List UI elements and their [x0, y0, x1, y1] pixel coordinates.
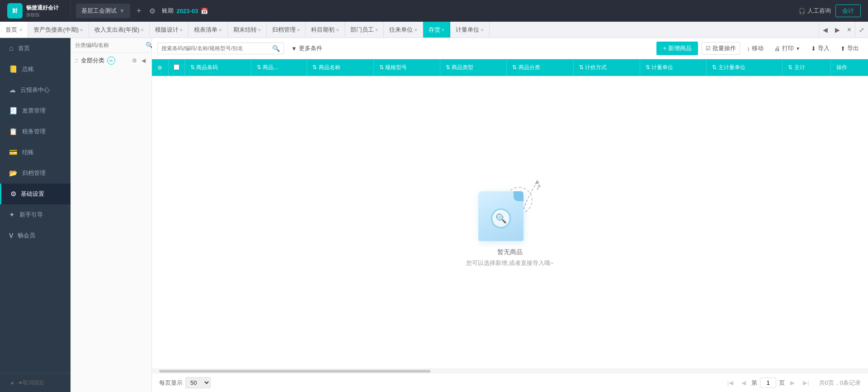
th-checkbox[interactable]: [168, 59, 184, 76]
empty-state: ↗: [152, 76, 868, 368]
grid-icon: ::: [75, 57, 78, 64]
th-unit[interactable]: ⇅ 计量单位: [640, 59, 707, 76]
sidebar-item-ledger[interactable]: 📒 总账: [0, 59, 71, 80]
th-main2[interactable]: ⇅ 主计: [783, 59, 830, 76]
per-page-select[interactable]: 10 20 50 100: [185, 377, 211, 388]
company-name: 基层工会测试: [81, 7, 117, 15]
close-icon[interactable]: ×: [180, 27, 183, 33]
category-all-label[interactable]: 全部分类: [81, 57, 104, 65]
tab-inventory[interactable]: 存货 ×: [423, 22, 450, 38]
print-icon: 🖨: [774, 45, 780, 52]
close-icon[interactable]: ×: [141, 27, 143, 33]
tab-archive[interactable]: 归档管理 ×: [267, 22, 306, 38]
sidebar-item-basic[interactable]: ⚙ 基础设置: [0, 184, 71, 204]
empty-subtitle: 您可以选择新增,或者直接导入哦~: [466, 259, 553, 267]
tab-template[interactable]: 模版设计 ×: [150, 22, 189, 38]
move-button[interactable]: ↕ 移动: [744, 43, 768, 54]
sidebar-item-guide[interactable]: ✦ 新手引导: [0, 204, 71, 225]
page-next-btn[interactable]: ▶: [788, 378, 797, 387]
tab-partner[interactable]: 往来单位 ×: [384, 22, 423, 38]
sidebar-item-report[interactable]: ☁ 云报表中心: [0, 80, 71, 100]
th-spec[interactable]: ⇅ 规格型号: [373, 59, 440, 76]
logo-icon: 财: [7, 3, 23, 19]
star-icon: ✦: [9, 211, 15, 219]
logo-main-text: 畅捷通好会计: [26, 4, 59, 12]
tab-unit[interactable]: 计量单位 ×: [450, 22, 489, 38]
tab-scroll-right[interactable]: ▶: [831, 22, 844, 38]
edit-circle-icon[interactable]: ✏: [107, 57, 115, 65]
category-settings-icon[interactable]: ⚙: [131, 57, 138, 65]
search-icon[interactable]: 🔍: [272, 45, 280, 52]
member-icon: V: [9, 232, 13, 239]
close-icon[interactable]: ×: [442, 27, 444, 33]
tab-subject[interactable]: 科目期初 ×: [306, 22, 344, 38]
close-icon[interactable]: ×: [297, 27, 300, 33]
tab-close-all[interactable]: ×: [844, 22, 855, 38]
tab-period-end[interactable]: 期末结转 ×: [228, 22, 267, 38]
move-icon: ↕: [747, 45, 750, 52]
sidebar-item-settlement[interactable]: 💳 结账: [0, 142, 71, 163]
home-icon: ⌂: [9, 44, 14, 52]
close-icon[interactable]: ×: [414, 27, 417, 33]
th-code[interactable]: ⇅ 商品...: [251, 59, 307, 76]
logo-sub-text: 旗舰版: [26, 12, 59, 18]
close-icon[interactable]: ×: [258, 27, 261, 33]
horizontal-scrollbar[interactable]: [152, 368, 868, 373]
th-category[interactable]: ⇅ 商品分类: [507, 59, 573, 76]
th-type[interactable]: ⇅ 商品类型: [440, 59, 507, 76]
settings-icon[interactable]: ⚙: [147, 7, 157, 15]
print-dropdown-icon: ▼: [796, 46, 800, 51]
tab-tax[interactable]: 税表清单 ×: [189, 22, 227, 38]
calendar-icon[interactable]: 📅: [201, 8, 208, 14]
svg-marker-0: [535, 180, 539, 184]
th-price-mode[interactable]: ⇅ 计价方式: [573, 59, 640, 76]
sidebar-item-archive[interactable]: 📂 归档管理: [0, 163, 71, 184]
th-barcode[interactable]: ⇅ 商品条码: [184, 59, 251, 76]
tab-expand[interactable]: ⤢: [855, 22, 868, 38]
collapse-panel-icon[interactable]: ◀: [140, 57, 147, 65]
sidebar-item-tax[interactable]: 📋 税务管理: [0, 121, 71, 142]
tab-balance[interactable]: 资产负债表(中期) ×: [28, 22, 89, 38]
print-button[interactable]: 🖨 打印 ▼: [771, 43, 804, 54]
kuaiji-button[interactable]: 会计: [835, 5, 861, 17]
product-table: ⚙ ⇅ 商品条码 ⇅ 商品... ⇅ 商品名称 ⇅ 规格型号 ⇅ 商品类型 ⇅ …: [152, 59, 868, 76]
sidebar-item-member[interactable]: V 畅会员: [0, 225, 71, 246]
close-icon[interactable]: ×: [80, 27, 83, 33]
add-tab-button[interactable]: +: [135, 6, 143, 16]
sidebar-item-invoice[interactable]: 🧾 发票管理: [0, 100, 71, 121]
sidebar-item-home[interactable]: ⌂ 首页: [0, 38, 71, 59]
empty-title: 暂无商品: [497, 248, 523, 256]
tab-income[interactable]: 收入支出表(年报) ×: [89, 22, 150, 38]
tab-department[interactable]: 部门员工 ×: [345, 22, 384, 38]
th-settings[interactable]: ⚙: [152, 59, 168, 76]
export-button[interactable]: ⬆ 导出: [837, 43, 863, 54]
chevron-down-icon: ▼: [119, 8, 125, 14]
tab-home[interactable]: 首页 ×: [0, 22, 28, 38]
th-name[interactable]: ⇅ 商品名称: [307, 59, 373, 76]
add-product-button[interactable]: + 新增商品: [656, 42, 698, 55]
close-icon[interactable]: ×: [19, 27, 22, 33]
batch-button[interactable]: ☑ 批量操作: [702, 42, 740, 55]
tab-scroll-left[interactable]: ◀: [819, 22, 831, 38]
product-search-input[interactable]: [161, 45, 269, 52]
company-tab[interactable]: 基层工会测试 ▼: [76, 4, 130, 18]
filter-button[interactable]: ▼ 更多条件: [288, 43, 326, 54]
th-main-unit[interactable]: ⇅ 主计量单位: [707, 59, 783, 76]
close-icon[interactable]: ×: [375, 27, 378, 33]
consult-button[interactable]: 🎧 人工咨询: [798, 7, 831, 15]
category-search-input[interactable]: [75, 42, 143, 48]
total-records: 共0页，0条记录: [819, 379, 861, 387]
close-icon[interactable]: ×: [481, 27, 483, 33]
page-prev-btn[interactable]: ◀: [739, 378, 749, 387]
close-icon[interactable]: ×: [336, 27, 339, 33]
page-last-btn[interactable]: ▶|: [800, 378, 811, 387]
page-number-input[interactable]: [760, 378, 776, 388]
unpin-button[interactable]: ◄ ◄取消固定: [0, 373, 71, 392]
close-icon[interactable]: ×: [219, 27, 222, 33]
settlement-icon: 💳: [9, 148, 18, 156]
period-label: 账期: [162, 7, 174, 15]
checkbox-icon: ☑: [706, 45, 711, 52]
select-all-checkbox[interactable]: [174, 64, 179, 70]
import-button[interactable]: ⬇ 导入: [807, 43, 833, 54]
page-first-btn[interactable]: |◀: [725, 378, 736, 387]
